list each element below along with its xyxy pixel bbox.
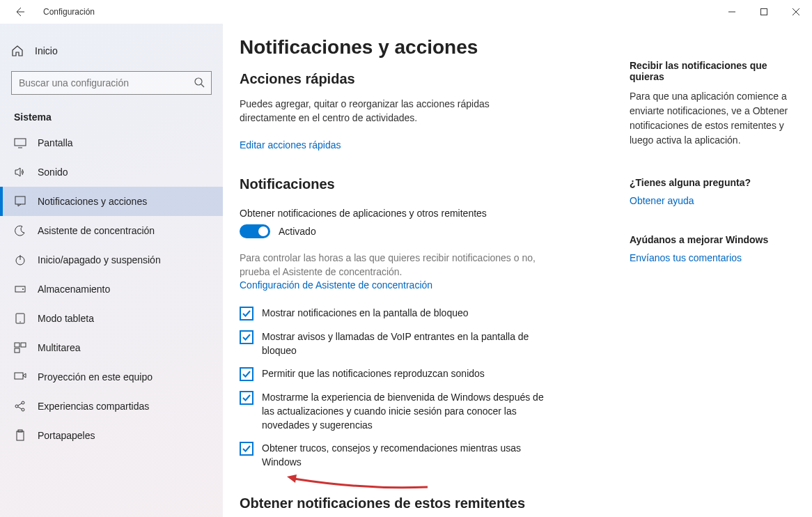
power-icon	[14, 254, 26, 266]
nav-home-label: Inicio	[35, 45, 58, 56]
checkbox[interactable]	[240, 391, 253, 405]
search-icon	[194, 77, 206, 89]
sidebar-item-label: Experiencias compartidas	[38, 401, 149, 412]
check-sounds[interactable]: Permitir que las notificaciones reproduz…	[240, 367, 546, 381]
back-button[interactable]	[10, 2, 29, 22]
improve-heading: Ayúdanos a mejorar Windows	[630, 234, 797, 245]
checkbox[interactable]	[240, 442, 253, 456]
minimize-button[interactable]	[716, 1, 748, 23]
sidebar-item-label: Portapapeles	[38, 430, 95, 441]
edit-quick-actions-link[interactable]: Editar acciones rápidas	[240, 139, 341, 151]
check-label: Mostrar avisos y llamadas de VoIP entran…	[262, 330, 546, 357]
search-input[interactable]	[11, 71, 212, 95]
check-welcome[interactable]: Mostrarme la experiencia de bienvenida d…	[240, 391, 546, 432]
checkbox[interactable]	[240, 330, 253, 344]
sidebar-item-label: Asistente de concentración	[38, 225, 155, 236]
close-icon	[793, 8, 799, 15]
annotation-arrow	[281, 474, 616, 486]
share-icon	[14, 400, 26, 412]
check-icon	[242, 333, 251, 341]
check-label: Obtener trucos, consejos y recomendacion…	[262, 442, 546, 469]
feedback-link[interactable]: Envíanos tus comentarios	[630, 252, 797, 263]
svg-point-8	[19, 321, 21, 323]
sidebar-item-label: Notificaciones y acciones	[38, 196, 147, 207]
nav-home[interactable]: Inicio	[0, 38, 223, 64]
senders-heading: Obtener notificaciones de estos remitent…	[240, 495, 616, 511]
check-icon	[242, 309, 251, 318]
notifications-heading: Notificaciones	[240, 176, 616, 192]
check-icon	[242, 445, 251, 453]
project-icon	[14, 371, 26, 383]
red-arrow-icon	[281, 474, 435, 491]
close-button[interactable]	[780, 1, 812, 23]
nav-list: Pantalla Sonido Notificaciones y accione…	[0, 128, 223, 517]
search-wrap	[11, 71, 212, 95]
checkbox[interactable]	[240, 307, 253, 321]
multitask-icon	[14, 341, 26, 354]
check-icon	[242, 370, 251, 378]
receive-desc: Para que una aplicación comience a envia…	[630, 89, 797, 148]
focus-assist-desc: Para controlar las horas a las que quier…	[240, 251, 546, 279]
sidebar-item-pantalla[interactable]: Pantalla	[0, 128, 223, 157]
right-column: Recibir las notificaciones que quieras P…	[630, 36, 797, 517]
notifications-toggle[interactable]	[240, 224, 270, 238]
svg-point-1	[195, 78, 202, 85]
notifications-toggle-label: Obtener notificaciones de aplicaciones y…	[240, 208, 616, 219]
sidebar-item-label: Inicio/apagado y suspensión	[38, 254, 161, 265]
check-tips[interactable]: Obtener trucos, consejos y recomendacion…	[240, 442, 546, 469]
sidebar-item-almacenamiento[interactable]: Almacenamiento	[0, 275, 223, 304]
sidebar-item-label: Pantalla	[38, 137, 73, 148]
quick-actions-desc: Puedes agregar, quitar o reorganizar las…	[240, 97, 546, 125]
question-heading: ¿Tienes alguna pregunta?	[630, 177, 797, 188]
svg-rect-16	[17, 431, 24, 440]
maximize-icon	[760, 8, 767, 15]
sidebar-item-notificaciones[interactable]: Notificaciones y acciones	[0, 187, 223, 216]
maximize-button[interactable]	[748, 1, 780, 23]
svg-rect-9	[15, 343, 19, 347]
main-content: Notificaciones y acciones Acciones rápid…	[223, 24, 812, 517]
window-controls	[716, 1, 812, 23]
svg-point-6	[22, 288, 24, 290]
sidebar-item-asistente[interactable]: Asistente de concentración	[0, 216, 223, 245]
svg-rect-3	[15, 196, 25, 204]
sidebar-item-multitarea[interactable]: Multitarea	[0, 333, 223, 362]
sidebar-item-proyeccion[interactable]: Proyección en este equipo	[0, 362, 223, 392]
window-title: Configuración	[43, 7, 95, 17]
sidebar-item-label: Modo tableta	[38, 313, 94, 324]
notifications-toggle-row: Activado	[240, 224, 616, 238]
sidebar-item-tableta[interactable]: Modo tableta	[0, 304, 223, 333]
moon-icon	[14, 224, 26, 237]
sidebar-item-label: Proyección en este equipo	[38, 371, 153, 383]
get-help-link[interactable]: Obtener ayuda	[630, 195, 797, 206]
toggle-state-label: Activado	[279, 226, 316, 237]
sidebar: Inicio Sistema Pantalla Sonido Notificac…	[0, 24, 223, 517]
check-lock-screen[interactable]: Mostrar notificaciones en la pantalla de…	[240, 307, 546, 321]
svg-rect-10	[21, 343, 26, 347]
sound-icon	[14, 166, 26, 178]
sidebar-item-portapapeles[interactable]: Portapapeles	[0, 421, 223, 450]
arrow-left-icon	[14, 6, 25, 17]
focus-assist-link[interactable]: Configuración de Asistente de concentrac…	[240, 279, 432, 291]
checkbox[interactable]	[240, 367, 253, 381]
check-voip[interactable]: Mostrar avisos y llamadas de VoIP entran…	[240, 330, 546, 357]
check-icon	[242, 394, 251, 402]
sidebar-item-energia[interactable]: Inicio/apagado y suspensión	[0, 245, 223, 275]
svg-point-15	[22, 408, 24, 411]
svg-rect-2	[15, 139, 26, 146]
check-label: Mostrar notificaciones en la pantalla de…	[262, 307, 469, 321]
tablet-icon	[14, 312, 26, 325]
check-label: Mostrarme la experiencia de bienvenida d…	[262, 391, 546, 432]
minimize-icon	[728, 8, 735, 15]
sidebar-item-experiencias[interactable]: Experiencias compartidas	[0, 392, 223, 421]
svg-point-14	[22, 401, 24, 404]
sidebar-item-sonido[interactable]: Sonido	[0, 157, 223, 187]
home-icon	[11, 45, 24, 57]
storage-icon	[14, 283, 26, 295]
page-title: Notificaciones y acciones	[240, 36, 616, 59]
svg-point-13	[15, 405, 18, 408]
sidebar-item-label: Sonido	[38, 167, 68, 178]
notification-icon	[14, 195, 26, 208]
receive-heading: Recibir las notificaciones que quieras	[630, 60, 797, 82]
quick-actions-heading: Acciones rápidas	[240, 71, 616, 87]
svg-rect-0	[761, 9, 767, 15]
